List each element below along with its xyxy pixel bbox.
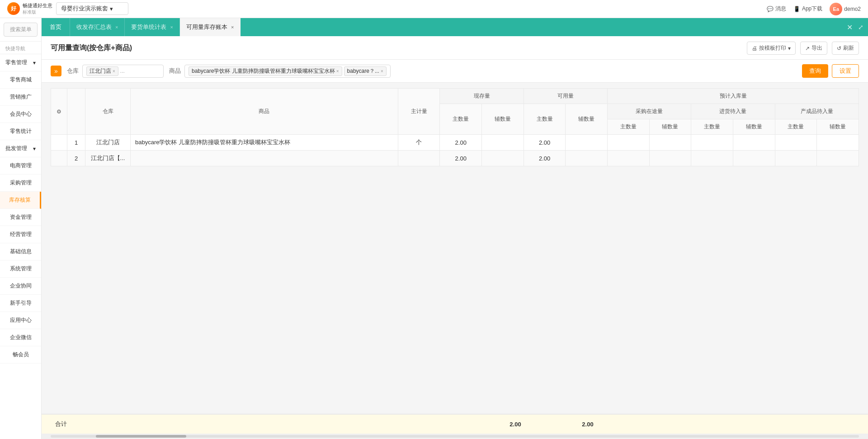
table-wrapper: 仓库 商品 主计量 现存量 可用量 预计入库量 主数量 辅数量 主数量 辅数量 xyxy=(42,83,868,414)
production-aux-header: 辅数量 xyxy=(817,119,859,135)
user-menu[interactable]: Ea demo2 xyxy=(830,3,861,15)
tab-home[interactable]: 首页 xyxy=(42,18,70,36)
content-area: 首页 收发存汇总表 要货单统计表 可用量库存账本 ✕ ⤢ xyxy=(42,18,868,439)
page-header: 可用量查询(按仓库+商品) 按模板打印 导出 xyxy=(42,36,868,60)
row1-production-main xyxy=(775,135,817,151)
sidebar-item-wholesale[interactable]: 批发管理 xyxy=(0,140,41,157)
stock-aux-qty-header: 辅数量 xyxy=(482,104,524,135)
app-download-action[interactable]: App下载 xyxy=(793,5,822,13)
tab-available-inventory[interactable]: 可用量库存账本 xyxy=(180,18,241,36)
summary-available-main: 2.00 xyxy=(570,421,606,428)
logo-text: 畅捷通好生意 xyxy=(23,2,52,9)
row2-warehouse: 江北门店【... xyxy=(85,151,131,166)
sidebar-item-wechat[interactable]: 企业微信 xyxy=(0,329,41,346)
sidebar-item-app-center[interactable]: 应用中心 xyxy=(0,312,41,329)
summary-bar: 合计 2.00 2.00 xyxy=(42,414,868,434)
row1-stock-aux xyxy=(482,135,524,151)
tab-bar: 首页 收发存汇总表 要货单统计表 可用量库存账本 ✕ ⤢ xyxy=(42,18,868,36)
sidebar-item-finance[interactable]: 资金管理 xyxy=(0,209,41,226)
tab-receive-summary[interactable]: 收发存汇总表 xyxy=(70,18,125,36)
sidebar: 搜索菜单 快捷导航 零售管理 零售商城 营销推广 会员中心 零售统计 批发管理 … xyxy=(0,18,42,439)
filter-more[interactable]: ... xyxy=(120,68,125,74)
sidebar-item-system[interactable]: 系统管理 xyxy=(0,260,41,278)
print-icon xyxy=(752,45,757,52)
row1-product: babycare学饮杯 儿童防摔防撞吸管杯重力球吸嘴杯宝宝水杯 xyxy=(131,135,398,151)
purchase-transit-aux-header: 辅数量 xyxy=(649,119,691,135)
industry-selector[interactable]: 母婴行业演示账套 xyxy=(56,2,128,15)
sidebar-item-ecommerce[interactable]: 电商管理 xyxy=(0,157,41,175)
index-column-header xyxy=(67,89,85,135)
sidebar-item-basic-info[interactable]: 基础信息 xyxy=(0,243,41,260)
filter-bar: 仓库 江北门店 ... 商品 babycare学饮杯 儿童防摔防撞吸管杯重力球吸… xyxy=(42,60,868,83)
warehouse-filter-group: 仓库 江北门店 ... xyxy=(67,65,164,78)
close-icon[interactable] xyxy=(113,69,115,74)
app-layout: 搜索菜单 快捷导航 零售管理 零售商城 营销推广 会员中心 零售统计 批发管理 … xyxy=(0,18,868,439)
logo-icon: 好 xyxy=(7,2,20,15)
maximize-icon[interactable]: ⤢ xyxy=(857,23,864,32)
sidebar-item-new-user-guide[interactable]: 新手引导 xyxy=(0,295,41,312)
close-icon[interactable] xyxy=(170,24,173,30)
row2-settings xyxy=(51,151,67,166)
close-icon[interactable] xyxy=(381,69,383,74)
available-aux-qty-header: 辅数量 xyxy=(566,104,608,135)
export-button[interactable]: 导出 xyxy=(800,42,827,55)
sidebar-item-purchase[interactable]: 采购管理 xyxy=(0,175,41,192)
settings-column-header[interactable] xyxy=(51,89,67,135)
app-icon xyxy=(793,6,800,12)
chevron-down-icon xyxy=(33,146,36,152)
sidebar-search: 搜索菜单 xyxy=(0,18,41,42)
search-menu-button[interactable]: 搜索菜单 xyxy=(4,23,38,37)
settings-button[interactable]: 设置 xyxy=(832,64,859,78)
summary-label: 合计 xyxy=(51,420,114,428)
print-template-button[interactable]: 按模板打印 xyxy=(747,42,796,55)
row1-purchase-transit-aux xyxy=(649,135,691,151)
row2-purchase-transit-main xyxy=(608,151,650,166)
query-button[interactable]: 查询 xyxy=(802,64,828,78)
row1-settings xyxy=(51,135,67,151)
row2-production-aux xyxy=(817,151,859,166)
available-main-qty-header: 主数量 xyxy=(524,104,566,135)
tab-order-stats[interactable]: 要货单统计表 xyxy=(125,18,179,36)
incoming-header: 进货待入量 xyxy=(691,104,775,119)
page-title: 可用量查询(按仓库+商品) xyxy=(51,43,132,53)
incoming-aux-header: 辅数量 xyxy=(733,119,775,135)
close-icon[interactable] xyxy=(336,69,339,74)
product-filter-tags[interactable]: babycare学饮杯 儿童防摔防撞吸管杯重力球吸嘴杯宝宝水杯 babycare… xyxy=(184,65,391,78)
summary-stock-main: 2.00 xyxy=(497,421,533,428)
row2-available-main: 2.00 xyxy=(524,151,566,166)
sidebar-item-inventory[interactable]: 库存核算 xyxy=(0,192,41,209)
sidebar-item-operations[interactable]: 经营管理 xyxy=(0,226,41,243)
sidebar-item-retail-mall[interactable]: 零售商城 xyxy=(0,71,41,89)
logo-area: 好 畅捷通好生意 标准版 xyxy=(7,2,52,15)
sidebar-item-marketing[interactable]: 营销推广 xyxy=(0,89,41,106)
product-filter-label: 商品 xyxy=(169,67,181,75)
tab-bar-right: ✕ ⤢ xyxy=(846,18,868,36)
warehouse-filter-tags[interactable]: 江北门店 ... xyxy=(82,65,164,78)
expand-filter-button[interactable] xyxy=(51,66,61,76)
expand-icon xyxy=(54,67,58,75)
refresh-button[interactable]: 刷新 xyxy=(832,42,859,55)
close-window-icon[interactable]: ✕ xyxy=(846,22,854,33)
row1-purchase-transit-main xyxy=(608,135,650,151)
table-row: 2 江北门店【... 2.00 2.00 xyxy=(51,151,859,166)
row2-production-main xyxy=(775,151,817,166)
close-icon[interactable] xyxy=(115,24,118,30)
close-icon[interactable] xyxy=(231,24,234,30)
sidebar-item-retail-stats[interactable]: 零售统计 xyxy=(0,123,41,140)
scroll-thumb[interactable] xyxy=(96,435,186,438)
product-tag-2: babycare？... xyxy=(344,66,387,76)
sidebar-item-collaboration[interactable]: 企业协同 xyxy=(0,278,41,295)
row1-available-aux xyxy=(566,135,608,151)
table-row: 1 江北门店 babycare学饮杯 儿童防摔防撞吸管杯重力球吸嘴杯宝宝水杯 个… xyxy=(51,135,859,151)
horizontal-scrollbar[interactable] xyxy=(42,434,868,439)
chevron-down-icon xyxy=(788,45,791,52)
message-action[interactable]: 消息 xyxy=(767,5,786,13)
sidebar-item-retail-management[interactable]: 零售管理 xyxy=(0,54,41,71)
page-actions: 按模板打印 导出 刷新 xyxy=(747,42,859,55)
row1-warehouse: 江北门店 xyxy=(85,135,131,151)
row2-purchase-transit-aux xyxy=(649,151,691,166)
row1-stock-main: 2.00 xyxy=(440,135,482,151)
sidebar-item-member[interactable]: 畅会员 xyxy=(0,346,41,363)
row1-index: 1 xyxy=(67,135,85,151)
sidebar-item-member-center[interactable]: 会员中心 xyxy=(0,106,41,123)
